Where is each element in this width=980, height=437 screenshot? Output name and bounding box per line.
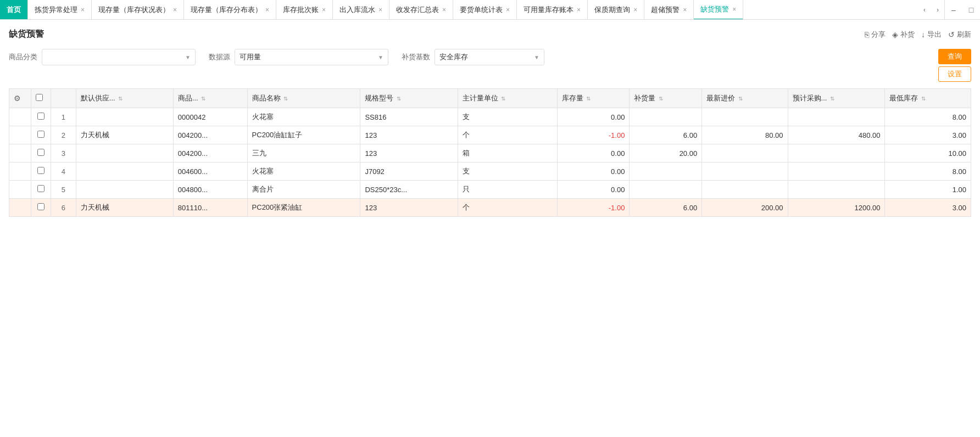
tab-label: 库存批次账 xyxy=(283,5,319,15)
col-row-num xyxy=(51,89,76,108)
tab-close-icon[interactable]: × xyxy=(81,7,85,13)
settings-button[interactable]: 设置 xyxy=(938,66,971,82)
filter-action-buttons: 查询 设置 xyxy=(938,49,971,82)
filter-area: 商品分类 ▼ 数据源 可用量 ▼ 补货基数 安全库存 ▼ xyxy=(9,49,971,82)
page-header: 缺货预警 ⎘ 分享 ◈ 补货 ↓ 导出 ↺ 刷新 xyxy=(9,29,971,40)
row-default-supplier: 力天机械 xyxy=(76,126,173,144)
tab-label: 首页 xyxy=(7,5,21,15)
query-button[interactable]: 查询 xyxy=(938,49,971,64)
col-product-code-sort: ⇅ xyxy=(201,96,205,102)
row-min-stock: 1.00 xyxy=(885,181,971,199)
tab-close-icon[interactable]: × xyxy=(173,7,177,13)
category-select[interactable]: ▼ xyxy=(42,49,196,65)
replenish-basis-select[interactable]: 安全库存 ▼ xyxy=(435,49,544,65)
tab-item-batch-account[interactable]: 库存批次账× xyxy=(276,0,333,20)
row-checkbox[interactable] xyxy=(37,185,44,192)
tab-item-available-ledger[interactable]: 可用量库存账本× xyxy=(517,0,588,20)
row-checkbox[interactable] xyxy=(37,113,44,120)
col-unit[interactable]: 主计量单位 ⇅ xyxy=(458,89,557,108)
select-all-checkbox[interactable] xyxy=(36,94,43,101)
tab-item-stock-status[interactable]: 现存量（库存状况表）× xyxy=(92,0,184,20)
tab-prev-button[interactable]: ‹ xyxy=(918,0,931,20)
row-spec-model: SS816 xyxy=(360,108,458,126)
column-settings-icon[interactable]: ⚙ xyxy=(14,94,21,103)
tab-close-icon[interactable]: × xyxy=(506,7,510,13)
row-checkbox[interactable] xyxy=(37,167,44,174)
col-product-code[interactable]: 商品... ⇅ xyxy=(173,89,247,108)
tab-close-icon[interactable]: × xyxy=(378,7,382,13)
window-maximize-button[interactable]: □ xyxy=(962,0,980,20)
window-actions: – □ xyxy=(945,0,980,20)
refresh-label: 刷新 xyxy=(957,30,971,40)
col-replenish-qty[interactable]: 补货量 ⇅ xyxy=(630,89,702,108)
col-latest-price-sort: ⇅ xyxy=(738,96,743,102)
col-product-name[interactable]: 商品名称 ⇅ xyxy=(247,89,360,108)
col-unit-label: 主计量单位 xyxy=(463,94,498,102)
row-settings-cell xyxy=(9,163,31,181)
refresh-button[interactable]: ↺ 刷新 xyxy=(948,30,971,40)
tab-close-icon[interactable]: × xyxy=(683,7,687,13)
category-dropdown-arrow: ▼ xyxy=(185,54,191,60)
row-spec-model: 123 xyxy=(360,126,458,144)
row-checkbox-cell xyxy=(31,199,51,217)
row-product-code: 004200... xyxy=(173,144,247,163)
tab-close-icon[interactable]: × xyxy=(265,7,269,13)
col-estimated-purchase[interactable]: 预计采购... ⇅ xyxy=(788,89,885,108)
tab-close-icon[interactable]: × xyxy=(633,7,637,13)
tab-next-button[interactable]: › xyxy=(931,0,944,20)
data-table: ⚙ 默认供应... ⇅ 商品... ⇅ 商品名称 xyxy=(9,88,971,217)
tab-item-home[interactable]: 首页 xyxy=(0,0,28,20)
tab-item-order-stats[interactable]: 要货单统计表× xyxy=(453,0,517,20)
replenish-button[interactable]: ◈ 补货 xyxy=(892,30,915,40)
row-product-code: 801110... xyxy=(173,199,247,217)
col-latest-price[interactable]: 最新进价 ⇅ xyxy=(702,89,788,108)
tab-item-stock-dist[interactable]: 现存量（库存分布表）× xyxy=(184,0,276,20)
category-filter-group: 商品分类 ▼ xyxy=(9,49,196,65)
row-estimated-purchase xyxy=(788,181,885,199)
row-settings-cell xyxy=(9,199,31,217)
col-spec-model[interactable]: 规格型号 ⇅ xyxy=(360,89,458,108)
datasource-select[interactable]: 可用量 ▼ xyxy=(235,49,388,65)
col-settings[interactable]: ⚙ xyxy=(9,89,31,108)
tab-label: 缺货预警 xyxy=(700,4,729,14)
col-replenish-qty-label: 补货量 xyxy=(634,94,655,102)
row-replenish-qty xyxy=(630,163,702,181)
row-estimated-purchase: 1200.00 xyxy=(788,199,885,217)
row-checkbox[interactable] xyxy=(37,149,44,156)
col-replenish-qty-sort: ⇅ xyxy=(659,96,663,102)
row-checkbox[interactable] xyxy=(37,203,44,210)
row-spec-model: DS250*23c... xyxy=(360,181,458,199)
col-default-supplier[interactable]: 默认供应... ⇅ xyxy=(76,89,173,108)
col-stock-qty[interactable]: 库存量 ⇅ xyxy=(557,89,630,108)
header-actions: ⎘ 分享 ◈ 补货 ↓ 导出 ↺ 刷新 xyxy=(865,30,971,40)
tab-item-expiry-query[interactable]: 保质期查询× xyxy=(588,0,644,20)
tab-item-inout-flow[interactable]: 出入库流水× xyxy=(333,0,389,20)
col-min-stock-sort: ⇅ xyxy=(921,96,926,102)
tab-item-overstock[interactable]: 超储预警× xyxy=(644,0,694,20)
tab-close-icon[interactable]: × xyxy=(442,7,446,13)
tab-close-icon[interactable]: × xyxy=(322,7,326,13)
col-min-stock[interactable]: 最低库存 ⇅ xyxy=(885,89,971,108)
row-latest-price: 80.00 xyxy=(702,126,788,144)
row-checkbox[interactable] xyxy=(37,131,44,138)
share-button[interactable]: ⎘ 分享 xyxy=(865,30,886,40)
tab-label: 要货单统计表 xyxy=(460,5,503,15)
row-settings-cell xyxy=(9,126,31,144)
replenish-label: 补货 xyxy=(900,30,915,40)
replenish-icon: ◈ xyxy=(892,30,898,39)
tab-item-exception[interactable]: 拣货异常处理× xyxy=(28,0,92,20)
row-checkbox-cell xyxy=(31,126,51,144)
col-default-supplier-sort: ⇅ xyxy=(118,96,122,102)
row-product-name: PC200张紧油缸 xyxy=(247,199,360,217)
tab-close-icon[interactable]: × xyxy=(577,7,581,13)
tab-item-shortage[interactable]: 缺货预警× xyxy=(694,0,743,20)
col-unit-sort: ⇅ xyxy=(501,96,505,102)
col-default-supplier-label: 默认供应... xyxy=(81,94,115,102)
export-button[interactable]: ↓ 导出 xyxy=(921,30,942,40)
row-settings-cell xyxy=(9,144,31,163)
window-minimize-button[interactable]: – xyxy=(945,0,962,20)
tab-item-collect-summary[interactable]: 收发存汇总表× xyxy=(389,0,453,20)
tab-close-icon[interactable]: × xyxy=(732,6,736,13)
row-settings-cell xyxy=(9,181,31,199)
tab-label: 现存量（库存状况表） xyxy=(98,5,170,15)
